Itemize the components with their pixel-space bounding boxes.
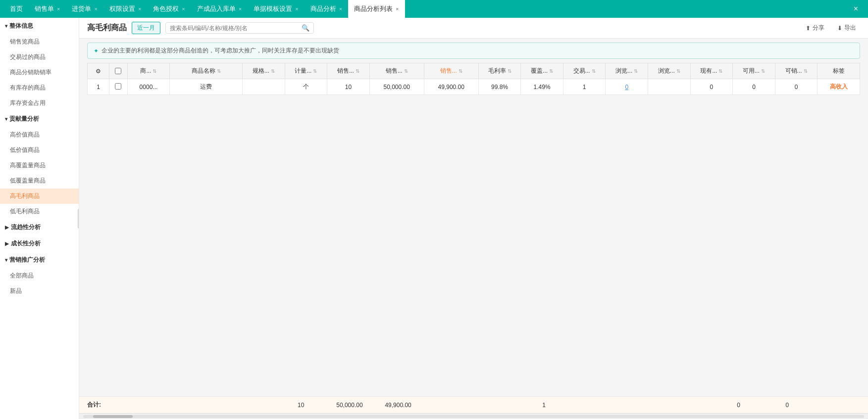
col-code[interactable]: 商...⇅ [127,63,170,79]
horizontal-scrollbar[interactable] [79,413,868,419]
cell-code: 0000... [127,79,170,95]
filter-last-month-button[interactable]: 近一月 [132,22,160,34]
row-checkbox[interactable] [115,83,121,90]
cell-checkbox[interactable] [109,79,128,95]
sidebar-group-contribution[interactable]: ▾ 贡献量分析 [0,111,79,127]
col-name[interactable]: 商品名称⇅ [170,63,243,79]
footer-cell-spacer4 [568,402,617,409]
col-gross-rate[interactable]: 毛利率⇅ [478,63,521,79]
select-all-checkbox[interactable] [115,68,121,74]
col-spec[interactable]: 规格...⇅ [242,63,285,79]
nav-template-settings[interactable]: 单据模板设置 × [248,0,304,18]
col-sellable-stock[interactable]: 可销...⇅ [775,63,817,79]
footer-cell-transaction: 1 [520,402,568,409]
page-title: 高毛利商品 [87,23,127,33]
cell-available: 0 [733,79,775,95]
sidebar-item-new-goods[interactable]: 新品 [0,283,79,299]
nav-product-storage[interactable]: 产成品入库单 × [191,0,248,18]
nav-goods-analysis-list[interactable]: 商品分析列表 × [348,0,405,18]
close-icon[interactable]: × [57,6,60,12]
nav-purchase-order[interactable]: 进货单 × [66,0,103,18]
share-button[interactable]: ⬆ 分享 [802,22,828,34]
col-transaction[interactable]: 交易...⇅ [563,63,606,79]
footer-cell-sales2: 50,000.00 [325,402,374,409]
sidebar-group-overall[interactable]: ▾ 整体信息 [0,18,79,34]
sidebar-group-trend[interactable]: ▶ 流趋性分析 [0,219,79,235]
export-icon: ⬇ [837,25,842,32]
col-browse1[interactable]: 浏览...⇅ [606,63,648,79]
header-actions: ⬆ 分享 ⬇ 导出 [802,22,860,34]
cell-sales2: 50,000.00 [369,79,424,95]
close-icon[interactable]: × [138,6,141,12]
cell-browse2 [648,79,691,95]
sidebar-item-high-value[interactable]: 高价值商品 [0,127,79,142]
close-icon[interactable]: × [94,6,97,12]
close-icon[interactable]: × [396,6,399,12]
sidebar-group-marketing[interactable]: ▾ 营销推广分析 [0,252,79,268]
table-header-row: ⚙ 商...⇅ 商品名称⇅ 规格...⇅ [88,63,860,79]
col-available-stock[interactable]: 可用...⇅ [733,63,775,79]
sidebar-item-low-value[interactable]: 低价值商品 [0,142,79,158]
col-settings[interactable]: ⚙ [88,63,109,79]
cell-current: 0 [690,79,733,95]
nav-home[interactable]: 首页 [4,0,29,18]
cell-sellable: 0 [775,79,817,95]
sidebar-item-goods-assist-rate[interactable]: 商品分销助销率 [0,65,79,80]
sidebar-item-all-goods[interactable]: 全部商品 [0,268,79,283]
info-banner: ✦ 企业的主要的利润都是这部分商品创造的，可考虑加大推广，同时关注库存是不要出现… [87,43,860,59]
expand-icon: ▾ [5,257,7,263]
footer-cell-sales1: 10 [277,402,325,409]
close-icon[interactable]: × [239,6,242,12]
sidebar-collapse-button[interactable]: « [78,209,79,229]
data-table: ⚙ 商...⇅ 商品名称⇅ 规格...⇅ [87,63,860,95]
col-unit[interactable]: 计量...⇅ [285,63,327,79]
col-checkbox[interactable] [109,63,128,79]
share-icon: ⬆ [806,25,811,32]
cell-transaction: 1 [563,79,606,95]
nav-role-auth[interactable]: 角色授权 × [147,0,191,18]
main-layout: « ▾ 整体信息 销售览商品 交易过的商品 商品分销助销率 有库存的商品 库存资… [0,18,868,419]
window-close-button[interactable]: × [848,4,864,13]
col-current-stock[interactable]: 现有...⇅ [690,63,733,79]
close-icon[interactable]: × [339,6,342,12]
data-table-container[interactable]: ⚙ 商...⇅ 商品名称⇅ 规格...⇅ [87,63,860,396]
footer-cells: 10 50,000.00 49,900.00 1 0 0 [147,402,860,409]
col-sales1[interactable]: 销售...⇅ [327,63,370,79]
expand-icon: ▶ [5,241,9,246]
nav-goods-analysis[interactable]: 商品分析 × [305,0,348,18]
sidebar-item-in-stock-goods[interactable]: 有库存的商品 [0,80,79,95]
content-header: 高毛利商品 近一月 🔍 ⬆ 分享 ⬇ 导出 [79,18,868,39]
nav-permission-settings[interactable]: 权限设置 × [103,0,147,18]
scroll-track[interactable] [83,415,864,418]
sidebar-item-stock-capital[interactable]: 库存资金占用 [0,95,79,111]
content-area: 高毛利商品 近一月 🔍 ⬆ 分享 ⬇ 导出 ✦ 企业的主要的利润都是这部分商品创… [79,18,868,419]
search-box: 🔍 [165,22,314,34]
sidebar-item-high-margin[interactable]: 高毛利商品 [0,188,79,204]
col-sales2[interactable]: 销售...⇅ [369,63,424,79]
cell-browse1[interactable]: 0 [606,79,648,95]
col-sales3[interactable]: 销售...⇅ [424,63,478,79]
sidebar-group-growth[interactable]: ▶ 成长性分析 [0,235,79,252]
footer-cell-sellable: 0 [763,402,812,409]
footer-cell-available: 0 [714,402,763,409]
sidebar-item-low-coverage[interactable]: 低覆盖量商品 [0,173,79,188]
footer-cell-sales3: 49,900.00 [374,402,422,409]
close-icon[interactable]: × [295,6,298,12]
table-row: 1 0000... 运费 个 10 50,000.00 49,900.00 99… [88,79,860,95]
sidebar-item-low-margin[interactable]: 低毛利商品 [0,204,79,219]
cell-tag: 高收入 [817,79,860,95]
close-icon[interactable]: × [182,6,185,12]
search-input[interactable] [170,25,302,32]
col-browse2[interactable]: 浏览...⇅ [648,63,691,79]
scroll-thumb[interactable] [93,415,133,418]
sidebar-item-high-coverage[interactable]: 高覆盖量商品 [0,158,79,173]
col-coverage[interactable]: 覆盖...⇅ [521,63,563,79]
footer-cell-spacer2 [422,402,471,409]
nav-sales-order[interactable]: 销售单 × [29,0,66,18]
export-button[interactable]: ⬇ 导出 [833,22,860,34]
footer-cell-spacer5 [617,402,665,409]
sidebar-item-traded-goods[interactable]: 交易过的商品 [0,49,79,65]
sidebar-item-sales-goods[interactable]: 销售览商品 [0,34,79,49]
col-tag[interactable]: 标签 [817,63,860,79]
sidebar: « ▾ 整体信息 销售览商品 交易过的商品 商品分销助销率 有库存的商品 库存资… [0,18,79,419]
